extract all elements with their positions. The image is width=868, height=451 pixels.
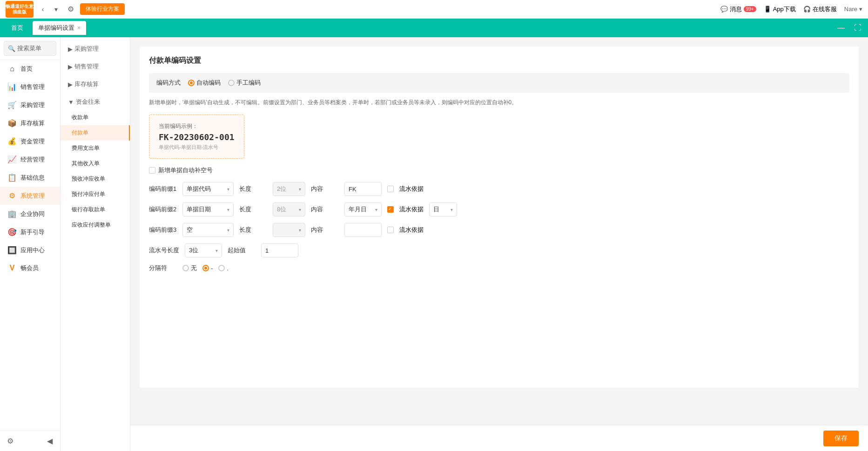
apps-icon: 🔲 <box>7 246 17 255</box>
search-menu-button[interactable]: 🔍 搜索菜单 <box>4 41 56 56</box>
sidebar-item-purchase[interactable]: 🛒 采购管理 <box>0 96 60 114</box>
content1-input: FK <box>344 182 382 196</box>
prefix3-select[interactable]: 空 ▾ <box>182 223 234 237</box>
sidebar-item-finance[interactable]: 💰 资金管理 <box>0 132 60 150</box>
auto-encode-dot <box>188 80 195 86</box>
tab-home[interactable]: 首页 <box>4 21 31 35</box>
separator-dot-radio[interactable]: . <box>218 265 229 272</box>
start-value-input[interactable]: 1 <box>261 243 298 257</box>
settings-icon-button[interactable]: ⚙ <box>65 4 76 15</box>
operation-icon: 📈 <box>7 155 17 164</box>
period2-select[interactable]: 日 ▾ <box>429 202 457 216</box>
sidebar-item-system-label: 系统管理 <box>20 192 45 200</box>
encode-prefix-row1: 编码前缀1 单据代码 ▾ 长度 2位 ▾ 内容 FK 流水依据 <box>149 182 849 196</box>
sidebar-item-guide[interactable]: 🎯 新手引导 <box>0 223 60 241</box>
serial-length-select[interactable]: 3位 ▾ <box>185 243 222 257</box>
top-bar-right: 💬 消息 99+ 📱 App下载 🎧 在线客服 Nare ▾ <box>720 5 862 13</box>
prefix1-select[interactable]: 单据代码 ▾ <box>182 182 234 196</box>
sidebar-item-enterprise[interactable]: 🏢 企业协同 <box>0 205 60 223</box>
separator-dash-label: - <box>211 265 213 272</box>
sub-group-sales-title[interactable]: ▶ 销售管理 <box>61 59 130 74</box>
manual-encode-radio[interactable]: 手工编码 <box>228 79 261 87</box>
sidebar-item-member[interactable]: V 畅会员 <box>0 259 60 277</box>
content1-label: 内容 <box>311 185 339 193</box>
app-download-button[interactable]: 📱 App下载 <box>764 5 796 13</box>
search-label: 搜索菜单 <box>17 44 41 53</box>
top-bar: 畅通道好生意 插曲版 ‹ ▾ ⚙ 体验行业方案 💬 消息 99+ 📱 App下载… <box>0 0 868 19</box>
sub-item-bank[interactable]: 银行存取款单 <box>61 202 130 217</box>
sidebar-collapse-button[interactable]: ◀ <box>43 434 56 447</box>
encode-method-label: 编码方式 <box>156 79 181 87</box>
auto-fill-checkbox[interactable]: 新增单据自动补空号 <box>149 166 849 175</box>
sub-item-expense[interactable]: 费用支出单 <box>61 141 130 156</box>
sub-group-capital: ▼ 资金往来 收款单 付款单 费用支出单 其他收入单 预收冲应收单 预付冲应付单… <box>61 94 130 233</box>
bottom-bar: 保存 <box>130 425 868 451</box>
sub-group-capital-title[interactable]: ▼ 资金往来 <box>61 94 130 110</box>
prefix1-label: 编码前缀1 <box>149 185 177 193</box>
separator-none-radio[interactable]: 无 <box>182 264 197 272</box>
sidebar-item-home[interactable]: ⌂ 首页 <box>0 60 60 78</box>
sidebar-item-apps[interactable]: 🔲 应用中心 <box>0 241 60 259</box>
tab-minimize-button[interactable]: — <box>834 21 848 34</box>
nav-down-button[interactable]: ▾ <box>50 4 61 15</box>
message-icon: 💬 <box>720 6 728 13</box>
purchase-icon: 🛒 <box>7 101 17 109</box>
sub-item-other-income[interactable]: 其他收入单 <box>61 156 130 171</box>
app-logo-text2: 插曲版 <box>13 9 27 15</box>
app-logo: 畅通道好生意 插曲版 <box>6 1 34 18</box>
tab-close-button[interactable]: × <box>77 25 81 31</box>
user-area[interactable]: Nare ▾ <box>844 6 862 13</box>
sidebar-item-operation[interactable]: 📈 经营管理 <box>0 150 60 168</box>
encode-prefix-row2: 编码前缀2 单据日期 ▾ 长度 8位 ▾ 内容 年月日 ▾ <box>149 202 849 216</box>
inventory-icon: 📦 <box>7 119 17 128</box>
sub-item-pre-receivable[interactable]: 预收冲应收单 <box>61 171 130 187</box>
sidebar-item-basic[interactable]: 📋 基础信息 <box>0 168 60 187</box>
sub-item-adjust[interactable]: 应收应付调整单 <box>61 217 130 233</box>
separator-dot-dot <box>218 265 225 271</box>
tab-maximize-button[interactable]: ⛶ <box>851 21 864 34</box>
prefix2-arrow-icon: ▾ <box>227 207 229 212</box>
content2-select[interactable]: 年月日 ▾ <box>344 202 382 216</box>
sidebar-item-sales[interactable]: 📊 销售管理 <box>0 78 60 96</box>
sub-item-receipt[interactable]: 收款单 <box>61 110 130 125</box>
top-bar-left: 畅通道好生意 插曲版 ‹ ▾ ⚙ 体验行业方案 <box>6 1 717 18</box>
nav-arrows: ‹ ▾ <box>37 4 61 15</box>
save-button[interactable]: 保存 <box>823 431 859 446</box>
sidebar-item-guide-label: 新手引导 <box>20 228 45 236</box>
prefix3-value: 空 <box>187 226 193 234</box>
message-button[interactable]: 💬 消息 99+ <box>720 5 756 13</box>
auto-encode-radio[interactable]: 自动编码 <box>188 79 221 87</box>
sidebar-item-purchase-label: 采购管理 <box>20 101 45 109</box>
content3-input <box>344 223 382 237</box>
prefix2-select[interactable]: 单据日期 ▾ <box>182 202 234 216</box>
trial-button[interactable]: 体验行业方案 <box>80 3 125 15</box>
code-example-value: FK-20230602-001 <box>159 132 235 142</box>
sub-group-inventory: ▶ 库存核算 <box>61 76 130 92</box>
encode-method-row: 编码方式 自动编码 手工编码 <box>149 73 849 93</box>
app-logo-text1: 畅通道好生意 <box>6 4 34 9</box>
sidebar-item-member-label: 畅会员 <box>20 264 39 272</box>
sub-item-payment[interactable]: 付款单 <box>61 125 130 141</box>
sidebar-item-inventory[interactable]: 📦 库存核算 <box>0 114 60 132</box>
content2-label: 内容 <box>311 205 339 214</box>
code-example-box: 当前编码示例： FK-20230602-001 单据代码-单据日期-流水号 <box>149 114 244 159</box>
sidebar-settings-button[interactable]: ⚙ <box>4 434 17 447</box>
online-service-button[interactable]: 🎧 在线客服 <box>803 5 837 13</box>
online-service-label: 在线客服 <box>813 5 837 13</box>
separator-dash-radio[interactable]: - <box>202 265 213 272</box>
sidebar-item-system[interactable]: ⚙ 系统管理 <box>0 187 60 205</box>
sub-group-purchase-title[interactable]: ▶ 采购管理 <box>61 41 130 57</box>
content1-value: FK <box>349 186 357 193</box>
separator-none-dot <box>182 265 189 271</box>
sidebar-item-operation-label: 经营管理 <box>20 155 45 164</box>
content2-value: 年月日 <box>349 205 367 214</box>
download-icon: 📱 <box>764 6 771 13</box>
content-panel: 付款单编码设置 编码方式 自动编码 手工编码 <box>140 47 859 388</box>
tab-encode-setting[interactable]: 单据编码设置 × <box>33 21 86 35</box>
prefix1-arrow-icon: ▾ <box>227 187 229 192</box>
sub-item-pre-payable[interactable]: 预付冲应付单 <box>61 187 130 202</box>
message-badge: 99+ <box>744 6 756 12</box>
nav-back-button[interactable]: ‹ <box>37 4 48 15</box>
sub-group-inventory-title[interactable]: ▶ 库存核算 <box>61 76 130 92</box>
content-area: 付款单编码设置 编码方式 自动编码 手工编码 <box>130 37 868 425</box>
